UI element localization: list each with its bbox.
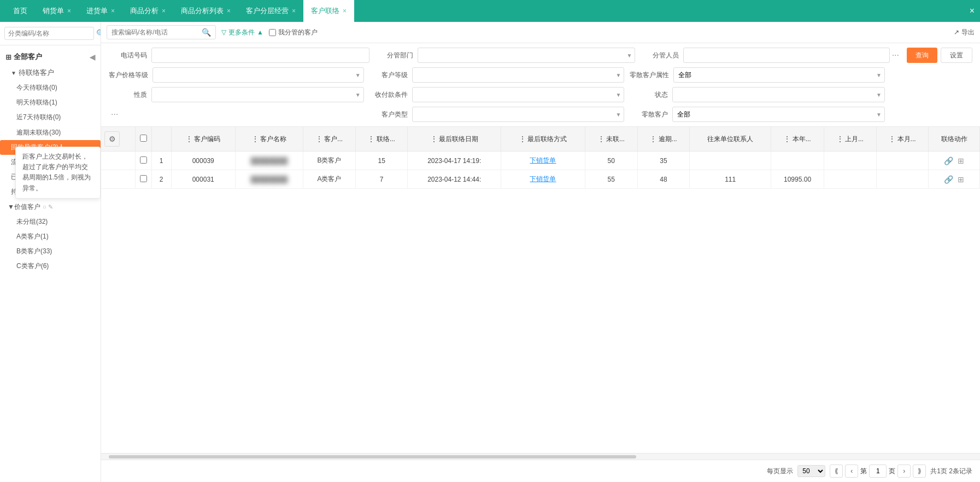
nav-purchase-order[interactable]: 进货单 × <box>79 0 122 22</box>
col-action-header: 联络动作 <box>929 127 980 152</box>
sidebar-item-class-c[interactable]: C类客户(6) <box>0 259 101 274</box>
action-icons-1: 🔗 ⊞ <box>932 156 976 165</box>
settings-button[interactable]: 设置 <box>941 48 972 63</box>
sidebar-collapse-btn[interactable]: ◀ <box>90 53 95 61</box>
col-last-contact-date-header: ⋮ 最后联络日期 <box>408 127 501 152</box>
retail-attr-select[interactable]: 全部 <box>673 67 885 83</box>
sidebar-item-tomorrow-pending[interactable]: 明天待联络(1) <box>0 95 101 110</box>
more-conditions-btn[interactable]: ▽ 更多条件 ▲ <box>221 28 263 37</box>
link-icon-2[interactable]: 🔗 <box>944 175 953 184</box>
filter-cell-customer-type: 客户类型 ▼ <box>369 107 625 122</box>
table-area: ⚙ ⋮ 客户编码 ⋮ 客户名称 ⋮ 客户... ⋮ 联络. <box>101 127 980 453</box>
my-customers-checkbox[interactable] <box>269 29 276 36</box>
nav-customer-contact[interactable]: 客户联络 × <box>303 0 354 22</box>
dept-select[interactable] <box>418 48 636 63</box>
grid-icon-2[interactable]: ⊞ <box>958 175 964 184</box>
close-sales-order-tab[interactable]: × <box>67 7 71 15</box>
nav-sales-order[interactable]: 销货单 × <box>35 0 79 22</box>
row1-checkbox[interactable] <box>140 156 147 164</box>
row4-dots-btn[interactable]: ··· <box>109 109 120 119</box>
link-icon-1[interactable]: 🔗 <box>944 156 953 165</box>
content-area: 🔍 ▽ 更多条件 ▲ 我分管的客户 ↗ 导出 电话号码 <box>101 22 980 482</box>
status-select[interactable] <box>672 87 885 102</box>
prev-page-btn[interactable]: ‹ <box>845 464 858 478</box>
close-all-tabs[interactable]: × <box>970 6 975 16</box>
filter-cell-price-level: 客户价格等级 ▼ <box>109 67 364 83</box>
sidebar-item-class-b[interactable]: B类客户(33) <box>0 244 101 259</box>
filter-row-2: 客户价格等级 ▼ 客户等级 ▼ 零散客户属性 <box>109 67 972 83</box>
customer-level-select[interactable] <box>412 67 625 83</box>
person-input[interactable] <box>683 48 889 63</box>
nav-product-analysis[interactable]: 商品分析 × <box>122 0 173 22</box>
close-purchase-order-tab[interactable]: × <box>111 7 115 15</box>
close-product-analysis-list-tab[interactable]: × <box>227 7 231 15</box>
col-checkbox-header[interactable] <box>135 127 151 152</box>
grid-icon-1[interactable]: ⊞ <box>958 156 964 165</box>
tooltip-repurchase: 距客户上次交易时长，超过了此客户的平均交易周期的1.5倍，则视为异常。 <box>15 147 101 199</box>
select-all-checkbox[interactable] <box>140 135 147 142</box>
phone-input[interactable] <box>151 48 369 63</box>
last-page-btn[interactable]: ⟫ <box>913 464 926 478</box>
retail-attr-select-wrap: 全部 ▼ <box>673 67 885 83</box>
search-input[interactable] <box>112 28 202 36</box>
sidebar-search-button[interactable]: 🔍 <box>96 26 101 40</box>
sidebar-item-ungrouped[interactable]: 未分组(32) <box>0 214 101 229</box>
cell-checkbox-1[interactable] <box>135 152 151 170</box>
customer-type-label: 客户类型 <box>369 110 408 119</box>
sidebar-item-class-a[interactable]: A类客户(1) <box>0 229 101 244</box>
col-settings-header[interactable]: ⚙ <box>101 127 135 152</box>
query-button[interactable]: 查询 <box>907 48 937 63</box>
payment-label: 收付款条件 <box>369 90 408 100</box>
sidebar-item-today-pending[interactable]: 今天待联络(0) <box>0 80 101 95</box>
cell-contact-count-1: 15 <box>355 152 408 170</box>
price-level-select[interactable] <box>152 67 364 83</box>
sidebar-item-7days-pending[interactable]: 近7天待联络(0) <box>0 110 101 125</box>
filter-cell-payment: 收付款条件 ▼ <box>369 87 625 102</box>
cell-this-year-2: 10995.00 <box>771 170 824 189</box>
page-size-select[interactable]: 20 50 100 200 <box>797 465 825 477</box>
payment-select[interactable] <box>412 87 625 102</box>
filter-row-4: ··· 客户类型 ▼ 零散客户 全部 ▼ <box>109 107 972 122</box>
page-number-input[interactable] <box>869 464 887 478</box>
cell-this-month-2 <box>876 170 929 189</box>
col-last-month-header: ⋮ 上月... <box>824 127 876 152</box>
advanced-filter: 电话号码 分管部门 ▼ 分管人员 ··· 查询 设置 <box>101 43 980 127</box>
cell-last-month-1 <box>824 152 876 170</box>
filter-cell-status: 状态 ▼ <box>630 87 885 102</box>
close-product-analysis-tab[interactable]: × <box>162 7 166 15</box>
cell-contact-person-2: 111 <box>690 170 771 189</box>
close-customer-contact-tab[interactable]: × <box>343 7 347 15</box>
cell-name-2: ████████ <box>235 170 303 189</box>
cell-overdue-2: 48 <box>637 170 690 189</box>
retail-customer-select[interactable]: 全部 <box>672 107 885 122</box>
nav-home[interactable]: 首页 <box>5 0 35 22</box>
contact-method-link-1[interactable]: 下销货单 <box>530 156 556 164</box>
first-page-btn[interactable]: ⟪ <box>830 464 843 478</box>
contact-method-link-2[interactable]: 下销货单 <box>530 175 556 183</box>
sidebar-group-pending-contact[interactable]: ▼ 待联络客户 <box>0 65 101 80</box>
sidebar-search-input[interactable] <box>4 27 94 40</box>
filter-row-1: 电话号码 分管部门 ▼ 分管人员 ··· 查询 设置 <box>109 48 972 63</box>
page-navigation: ⟪ ‹ 第 页 › ⟫ <box>830 464 926 478</box>
row2-checkbox[interactable] <box>140 175 147 182</box>
col-this-month-header: ⋮ 本月... <box>876 127 929 152</box>
next-page-btn[interactable]: › <box>897 464 911 478</box>
sidebar-group-value-customers[interactable]: ▼ 价值客户 ○ ✎ <box>0 200 101 214</box>
gender-select[interactable] <box>151 87 364 102</box>
col-this-year-header: ⋮ 本年... <box>771 127 824 152</box>
table-row: 2 000031 ████████ A类客户 7 2023-04-12 14:4… <box>101 170 980 189</box>
export-button[interactable]: ↗ 导出 <box>954 28 975 37</box>
sidebar-all-customers[interactable]: ⊞ 全部客户 ◀ <box>0 49 101 65</box>
search-icon[interactable]: 🔍 <box>202 28 211 37</box>
sidebar-item-overdue-contact[interactable]: 逾期未联络(30) <box>0 125 101 140</box>
person-dots-btn[interactable]: ··· <box>890 50 901 60</box>
customer-type-select[interactable] <box>412 107 625 122</box>
close-customer-segmentation-tab[interactable]: × <box>292 7 296 15</box>
nav-product-analysis-list[interactable]: 商品分析列表 × <box>173 0 238 22</box>
cell-settings-2 <box>101 170 135 189</box>
filter-cell-dept: 分管部门 ▼ <box>375 48 636 63</box>
cell-checkbox-2[interactable] <box>135 170 151 189</box>
edit-icons[interactable]: ○ ✎ <box>43 204 53 211</box>
table-settings-btn[interactable]: ⚙ <box>104 131 120 147</box>
nav-customer-segmentation[interactable]: 客户分层经营 × <box>238 0 303 22</box>
